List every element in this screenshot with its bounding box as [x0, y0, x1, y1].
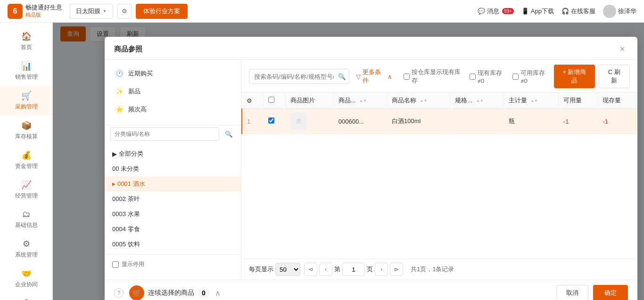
th-checkbox[interactable] — [263, 92, 285, 109]
sidebar-item-guide[interactable]: 🎓 新手引导 — [0, 293, 52, 300]
modal-close-button[interactable]: × — [617, 43, 628, 55]
trial-button[interactable]: 体验行业方案 — [136, 4, 188, 19]
quick-new[interactable]: ✨ 新品 — [110, 83, 235, 100]
sidebar-item-enterprise[interactable]: 🤝 企业协同 — [0, 264, 52, 293]
more-conditions-button[interactable]: ▽ 更多条件 ∧ — [352, 69, 396, 84]
message-item[interactable]: 💬 消息 99+ — [478, 7, 514, 16]
td-code: 000600... — [333, 109, 387, 134]
td-name: 白酒100ml — [387, 109, 450, 134]
main-area: 查询 设置 刷新 商品参照 × 🕐 近期购买 — [53, 23, 644, 300]
product-search-input[interactable] — [249, 69, 349, 84]
collapse-icon[interactable]: ∧ — [215, 289, 221, 298]
nav-right: 💬 消息 99+ 📱 App下载 🎧 在线客服 徐泽华 — [478, 5, 636, 18]
filter-cb-warehouse[interactable]: 按仓库显示现有库存 — [404, 68, 464, 85]
table-row[interactable]: 1 图 000600... 白酒100ml 瓶 -1 — [242, 109, 637, 134]
online-service-item[interactable]: 🎧 在线客服 — [561, 7, 595, 16]
show-disabled-checkbox[interactable] — [112, 261, 119, 268]
available-checkbox[interactable] — [512, 74, 519, 80]
td-image: 图 — [286, 109, 334, 134]
cat-0005[interactable]: 0005 饮料 — [105, 237, 241, 252]
first-page-button[interactable]: ⊲ — [304, 263, 317, 276]
cat-0004[interactable]: 0004 零食 — [105, 222, 241, 237]
prev-page-button[interactable]: ‹ — [319, 263, 332, 276]
chevron-up-icon: ∧ — [388, 73, 392, 80]
cart-area: 🛒 连续选择的商品 0 ∧ — [129, 285, 221, 300]
row-checkbox[interactable] — [268, 117, 274, 124]
th-stock[interactable]: 现存量 — [598, 92, 637, 109]
add-product-button[interactable]: + 新增商品 — [554, 65, 595, 88]
th-code[interactable]: 商品... ▲▼ — [333, 92, 387, 109]
th-available[interactable]: 可用量 — [558, 92, 598, 109]
sidebar-item-sales[interactable]: 📊 销售管理 — [0, 56, 52, 86]
filter-icon: ▽ — [356, 73, 361, 80]
dropdown-arrow-icon: ▼ — [102, 8, 107, 14]
sidebar-item-basicinfo[interactable]: 🗂 基础信息 — [0, 205, 52, 234]
help-icon[interactable]: ? — [114, 288, 124, 298]
product-thumbnail: 图 — [290, 113, 307, 130]
sort-name-icon: ▲▼ — [420, 99, 428, 103]
warehouse-checkbox[interactable] — [404, 74, 410, 80]
category-search-button[interactable]: 🔍 — [222, 127, 235, 141]
th-name[interactable]: 商品名称 ▲▼ — [387, 92, 450, 109]
table-refresh-button[interactable]: C 刷新 — [599, 65, 630, 88]
select-all-checkbox[interactable] — [268, 97, 274, 103]
settings-icon[interactable]: ⚙ — [117, 4, 132, 19]
total-info: 共1页，1条记录 — [411, 265, 454, 274]
category-search-input[interactable] — [110, 127, 219, 141]
quick-recent[interactable]: 🕐 近期购买 — [110, 66, 235, 82]
quick-freq[interactable]: ⭐ 频次高 — [110, 101, 235, 117]
basicinfo-icon: 🗂 — [22, 209, 31, 219]
sidebar-item-inventory[interactable]: 📦 库存核算 — [0, 116, 52, 145]
th-settings[interactable]: ⚙ — [242, 92, 263, 109]
sidebar-item-purchase[interactable]: 🛒 采购管理 — [0, 86, 52, 116]
last-page-button[interactable]: ⊳ — [390, 263, 403, 276]
avatar — [603, 5, 616, 18]
stock-checkbox[interactable] — [470, 74, 476, 80]
filter-checkboxes: 按仓库显示现有库存 现有库存≠0 可用库存≠0 — [404, 68, 550, 85]
cancel-button[interactable]: 取消 — [556, 285, 588, 300]
cat-active-icon: ▶ — [112, 182, 116, 186]
next-page-button[interactable]: › — [375, 263, 388, 276]
guide-icon: 🎓 — [21, 298, 32, 300]
message-badge: 99+ — [502, 8, 514, 14]
page-number-input[interactable] — [342, 263, 365, 276]
page-label: 第 — [334, 265, 340, 274]
per-page-select[interactable]: 50 10 20 100 — [275, 263, 300, 276]
filter-cb-available[interactable]: 可用库存≠0 — [512, 69, 550, 84]
sidebar-label-enterprise: 企业协同 — [15, 281, 38, 289]
cat-0003[interactable]: 0003 水果 — [105, 207, 241, 222]
product-table: ⚙ 商品图片 商品... ▲▼ — [241, 92, 637, 134]
cat-00[interactable]: 00 未分类 — [105, 161, 241, 176]
sales-icon: 📊 — [21, 61, 32, 71]
user-area[interactable]: 徐泽华 — [603, 5, 636, 18]
td-num: 1 — [242, 109, 263, 134]
cat-all[interactable]: ▶ 全部分类 — [105, 146, 241, 161]
modal-title: 商品参照 — [114, 45, 142, 54]
sidebar-label-system: 系统管理 — [15, 251, 38, 259]
td-stock: -1 — [598, 109, 637, 134]
table-header: ⚙ 商品图片 商品... ▲▼ — [242, 92, 637, 109]
store-dropdown[interactable]: 日太阳膜 ▼ — [70, 4, 113, 19]
app-download-item[interactable]: 📱 App下载 — [521, 7, 554, 16]
th-spec[interactable]: 规格... ▲▼ — [450, 92, 504, 109]
sidebar-item-home[interactable]: 🏠 首页 — [0, 26, 52, 56]
filter-cb-stock[interactable]: 现有库存≠0 — [470, 69, 507, 84]
purchase-icon: 🛒 — [21, 91, 32, 101]
th-unit[interactable]: 主计量 ▲▼ — [504, 92, 558, 109]
sidebar-item-system[interactable]: ⚙ 系统管理 — [0, 234, 52, 264]
confirm-button[interactable]: 确定 — [593, 285, 628, 300]
right-panel: 🔍 ▽ 更多条件 ∧ 按仓库显示现有库存 — [241, 60, 637, 280]
new-icon: ✨ — [114, 86, 124, 97]
logo-sub: 精品版 — [25, 11, 62, 18]
sidebar-item-operations[interactable]: 📈 经营管理 — [0, 175, 52, 205]
sort-unit-icon: ▲▼ — [530, 99, 538, 103]
product-search-button[interactable]: 🔍 — [336, 70, 349, 83]
show-disabled-label: 显示停用 — [122, 260, 144, 268]
cat-0002[interactable]: 0002 茶叶 — [105, 192, 241, 207]
td-checkbox[interactable] — [263, 109, 285, 134]
sidebar-item-finance[interactable]: 💰 资金管理 — [0, 145, 52, 175]
main-layout: 🏠 首页 📊 销售管理 🛒 采购管理 📦 库存核算 💰 资金管理 📈 经营管理 … — [0, 23, 644, 300]
cat-0001[interactable]: ▶ 0001 酒水 — [105, 176, 241, 192]
sidebar-label-operations: 经营管理 — [15, 192, 38, 200]
logo-text-area: 畅捷通好生意 精品版 — [25, 4, 62, 18]
